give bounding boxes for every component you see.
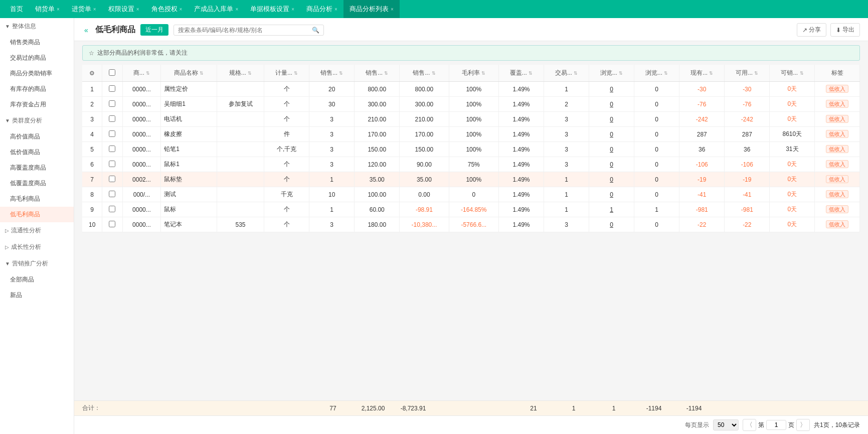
- close-icon[interactable]: ×: [136, 7, 139, 12]
- col-settings[interactable]: ⚙: [82, 65, 102, 82]
- share-button[interactable]: ↗ 分享: [797, 23, 826, 37]
- cell-checkbox[interactable]: [102, 187, 122, 202]
- row-checkbox[interactable]: [109, 115, 115, 122]
- search-input[interactable]: [178, 27, 312, 34]
- row-checkbox[interactable]: [109, 161, 115, 167]
- table-wrapper[interactable]: ⚙ 商... ⇅ 商品名称 ⇅ 规格... ⇅ 计量... ⇅ 销售... ⇅ …: [74, 65, 868, 400]
- sidebar-item-high-value[interactable]: 高价值商品: [0, 129, 74, 144]
- col-name[interactable]: 商品名称 ⇅: [161, 65, 217, 82]
- cell-checkbox[interactable]: [102, 157, 122, 172]
- sidebar-item-all-products[interactable]: 全部商品: [0, 272, 74, 287]
- cell-browse1[interactable]: 0: [589, 97, 634, 112]
- cell-checkbox[interactable]: [102, 97, 122, 112]
- nav-role-auth[interactable]: 角色授权 ×: [145, 0, 189, 18]
- close-icon[interactable]: ×: [391, 7, 394, 12]
- sidebar-group-growth[interactable]: ▷ 成长性分析: [0, 239, 74, 255]
- sidebar-item-category-rate[interactable]: 商品分类助销率: [0, 66, 74, 81]
- sidebar-item-low-coverage[interactable]: 低覆盖度商品: [0, 176, 74, 191]
- nav-template-settings[interactable]: 单据模板设置 ×: [244, 0, 300, 18]
- nav-product-analysis[interactable]: 商品分析 ×: [300, 0, 343, 18]
- sidebar-group-marketing[interactable]: ▼ 营销推广分析: [0, 255, 74, 272]
- cell-browse1[interactable]: 0: [589, 82, 634, 97]
- col-price[interactable]: 销售... ⇅: [355, 65, 400, 82]
- col-browse2[interactable]: 浏览... ⇅: [634, 65, 679, 82]
- row-checkbox[interactable]: [109, 221, 115, 227]
- col-coverage[interactable]: 交易... ⇅: [544, 65, 589, 82]
- row-checkbox[interactable]: [109, 176, 115, 182]
- cell-stock: -76: [679, 97, 725, 112]
- nav-product-analysis-list[interactable]: 商品分析列表 ×: [343, 0, 400, 18]
- sidebar-item-new-products[interactable]: 新品: [0, 287, 74, 303]
- export-button[interactable]: ⬇ 导出: [830, 23, 860, 37]
- close-icon[interactable]: ×: [235, 7, 238, 12]
- nav-permissions[interactable]: 权限设置 ×: [102, 0, 145, 18]
- page-size-select[interactable]: 50 100 200: [713, 419, 739, 430]
- col-checkbox[interactable]: [102, 65, 122, 82]
- cell-checkbox[interactable]: [102, 112, 122, 127]
- close-icon[interactable]: ×: [57, 7, 60, 12]
- sidebar-item-high-coverage[interactable]: 高覆盖度商品: [0, 160, 74, 176]
- next-page-button[interactable]: 〉: [796, 419, 810, 431]
- cell-browse1[interactable]: 0: [589, 127, 634, 142]
- sidebar-item-low-value[interactable]: 低价值商品: [0, 144, 74, 160]
- close-icon[interactable]: ×: [180, 7, 183, 12]
- sort-icon: ⇅: [200, 71, 204, 76]
- sidebar-group-liquidity[interactable]: ▷ 流通性分析: [0, 222, 74, 239]
- row-checkbox[interactable]: [109, 191, 115, 197]
- nav-sales-order[interactable]: 销货单 ×: [29, 0, 66, 18]
- col-sales-amt[interactable]: 销售... ⇅: [400, 65, 449, 82]
- col-code[interactable]: 商... ⇅: [122, 65, 161, 82]
- nav-product-entry[interactable]: 产成品入库单 ×: [188, 0, 244, 18]
- cell-checkbox[interactable]: [102, 82, 122, 97]
- sidebar-group-overall[interactable]: ▼ 整体信息: [0, 18, 74, 35]
- col-spec[interactable]: 规格... ⇅: [217, 65, 264, 82]
- cell-checkbox[interactable]: [102, 202, 122, 217]
- sidebar-item-low-margin[interactable]: 低毛利商品: [0, 207, 74, 222]
- row-checkbox[interactable]: [109, 85, 115, 92]
- col-margin[interactable]: 毛利率 ⇅: [449, 65, 498, 82]
- sidebar-item-traded-products[interactable]: 交易过的商品: [0, 50, 74, 66]
- cell-checkbox[interactable]: [102, 217, 122, 232]
- date-filter-button[interactable]: 近一月: [140, 24, 168, 36]
- cell-browse1[interactable]: 0: [589, 142, 634, 157]
- nav-home[interactable]: 首页: [4, 0, 29, 18]
- cell-checkbox[interactable]: [102, 142, 122, 157]
- cell-browse1[interactable]: 0: [589, 112, 634, 127]
- col-unit[interactable]: 计量... ⇅: [264, 65, 309, 82]
- nav-purchase-order[interactable]: 进货单 ×: [66, 0, 102, 18]
- row-checkbox[interactable]: [109, 146, 115, 152]
- col-qty[interactable]: 销售... ⇅: [309, 65, 355, 82]
- page-number-input[interactable]: [766, 420, 786, 430]
- row-checkbox[interactable]: [109, 206, 115, 212]
- col-gross-rate[interactable]: 覆盖... ⇅: [498, 65, 544, 82]
- footer-totals-bar: 合计： 77 2,125.00 -8,723.91 21 1 1 -1194 -…: [74, 400, 868, 415]
- cell-browse1[interactable]: 0: [589, 172, 634, 187]
- col-stock[interactable]: 现有... ⇅: [679, 65, 725, 82]
- close-icon[interactable]: ×: [93, 7, 96, 12]
- cell-checkbox[interactable]: [102, 172, 122, 187]
- sidebar-item-sales-products[interactable]: 销售类商品: [0, 35, 74, 50]
- sidebar-group-cluster[interactable]: ▼ 类群度分析: [0, 112, 74, 129]
- sidebar-collapse-button[interactable]: «: [82, 26, 90, 34]
- close-icon[interactable]: ×: [334, 7, 337, 12]
- cell-checkbox[interactable]: [102, 127, 122, 142]
- row-checkbox[interactable]: [109, 100, 115, 107]
- row-checkbox[interactable]: [109, 130, 115, 137]
- search-icon[interactable]: 🔍: [312, 27, 319, 34]
- col-available[interactable]: 可用... ⇅: [725, 65, 770, 82]
- chevron-right-icon: ▷: [5, 244, 9, 250]
- cell-browse1[interactable]: 0: [589, 187, 634, 202]
- cell-browse1[interactable]: 0: [589, 157, 634, 172]
- select-all-checkbox[interactable]: [109, 69, 115, 76]
- close-icon[interactable]: ×: [291, 7, 294, 12]
- cell-name: 测试: [161, 187, 217, 202]
- sidebar-item-stocked-products[interactable]: 有库存的商品: [0, 81, 74, 97]
- prev-page-button[interactable]: 〈: [743, 419, 756, 431]
- cell-name: 笔记本: [161, 217, 217, 232]
- cell-browse1[interactable]: 1: [589, 202, 634, 217]
- cell-browse1[interactable]: 0: [589, 217, 634, 232]
- col-browse1[interactable]: 浏览... ⇅: [589, 65, 634, 82]
- col-salable[interactable]: 可销... ⇅: [770, 65, 815, 82]
- sidebar-item-inventory-capital[interactable]: 库存资金占用: [0, 97, 74, 112]
- sidebar-item-high-margin[interactable]: 高毛利商品: [0, 191, 74, 207]
